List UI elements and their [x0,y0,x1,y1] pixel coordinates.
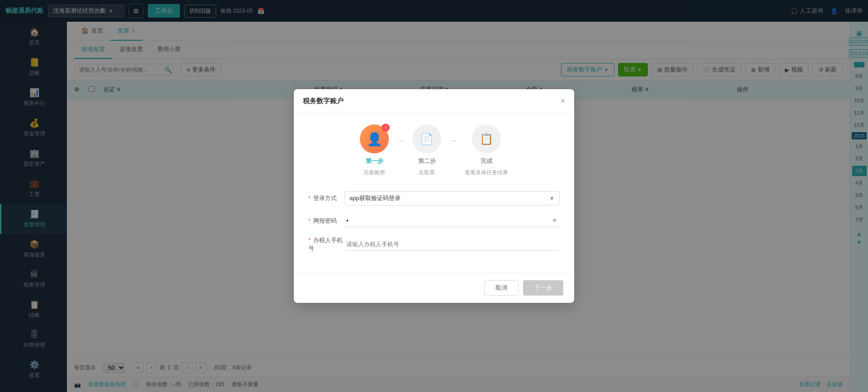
password-input-wrap: 👁 [344,215,560,227]
modal-footer: 取消 下一步 [294,272,574,303]
modal-overlay: 税务数字账户 × 👤 ! 第一步 完善账密 → [0,0,868,392]
login-method-chevron: ▼ [549,195,555,202]
step-1-avatar-icon: 👤 [367,132,382,147]
step-3-label: 完成 [481,157,492,165]
modal-header: 税务数字账户 × [294,89,574,114]
phone-input-wrap [344,238,560,251]
step-1-label: 第一步 [366,157,383,165]
step-3: 📋 完成 查看具体任务结果 [465,124,508,177]
step-2-document-icon: 📄 [420,133,434,145]
step-2: 📄 第二步 去取票 [412,124,441,177]
cancel-button[interactable]: 取消 [484,280,519,296]
password-eye-icon[interactable]: 👁 [552,217,558,224]
step-1-desc: 完善账密 [363,169,385,177]
step-2-icon: 📄 [412,124,441,153]
login-method-control: app获取验证码登录 ▼ [344,191,560,206]
step-3-clipboard-icon: 📋 [480,133,493,145]
steps-container: 👤 ! 第一步 完善账密 → 📄 第二步 去取票 → [308,124,560,177]
login-method-row: * 登录方式 app获取验证码登录 ▼ [308,191,560,206]
login-method-label: * 登录方式 [308,194,344,202]
step-arrow-1: → [389,135,412,146]
step-1-badge: ! [382,124,390,132]
modal-body: 👤 ! 第一步 完善账密 → 📄 第二步 去取票 → [294,114,574,272]
password-row: * 网报密码 👁 [308,215,560,227]
step-3-desc: 查看具体任务结果 [465,169,508,177]
password-input[interactable] [346,217,537,224]
phone-row: * 办税人手机号 [308,236,560,253]
tax-digital-account-modal: 税务数字账户 × 👤 ! 第一步 完善账密 → [294,89,574,303]
modal-title: 税务数字账户 [303,97,344,105]
step-1: 👤 ! 第一步 完善账密 [360,124,389,177]
phone-label: * 办税人手机号 [308,236,344,253]
step-2-label: 第二步 [418,157,436,165]
modal-close-btn[interactable]: × [560,96,565,106]
step-arrow-2: → [441,135,465,146]
step-3-icon: 📋 [472,124,501,153]
next-step-button[interactable]: 下一步 [523,280,563,296]
phone-input[interactable] [346,241,558,248]
step-1-icon: 👤 ! [360,124,389,153]
phone-control [344,238,560,251]
password-label: * 网报密码 [308,217,344,225]
password-control: 👁 [344,215,560,227]
login-method-select[interactable]: app获取验证码登录 ▼ [344,191,560,206]
step-2-desc: 去取票 [419,169,435,177]
